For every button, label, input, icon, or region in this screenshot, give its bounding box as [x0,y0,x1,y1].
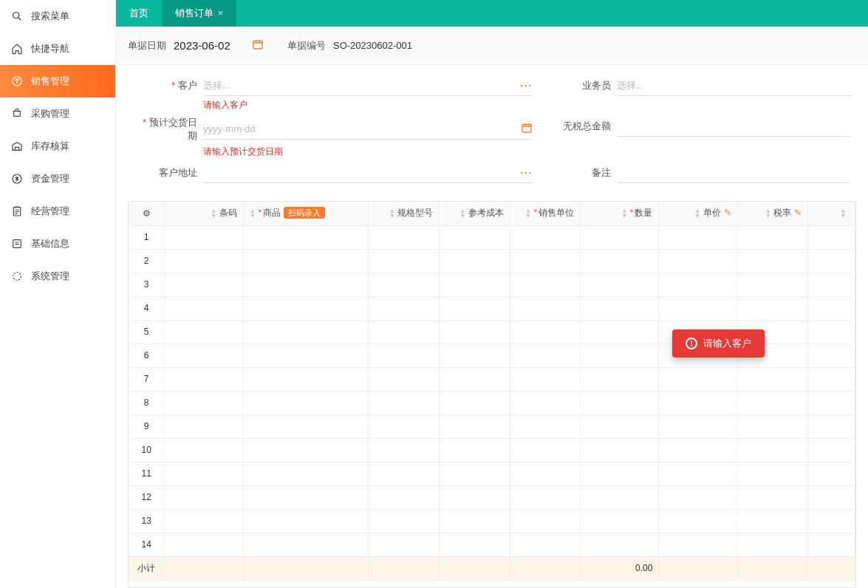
settings-icon [10,270,24,283]
col-unit[interactable]: ▲▼*销售单位 [510,202,581,225]
customer-input[interactable] [203,80,520,91]
sidebar-item-business[interactable]: 经营管理 [0,195,115,228]
grid-header: ⚙ ▲▼条码 ▲▼*商品扫码录入 ▲▼规格型号 ▲▼参考成本 ▲▼*销售单位 ▲… [129,202,855,225]
edit-icon[interactable]: ✎ [794,208,802,218]
subtotal-qty: 0.00 [581,556,659,580]
row-index: 8 [129,391,165,414]
table-row[interactable]: 7 [129,367,855,391]
col-product[interactable]: ▲▼*商品扫码录入 [243,202,369,225]
row-index: 3 [129,273,165,296]
subtotal-label: 小计 [129,556,165,580]
sidebar-item-label: 采购管理 [31,107,69,120]
table-row[interactable]: 1 [129,225,855,249]
row-index: 4 [129,296,165,320]
sidebar-item-inventory[interactable]: 库存核算 [0,130,115,163]
calendar-icon[interactable] [252,38,264,52]
sidebar-item-basicinfo[interactable]: 基础信息 [0,228,115,260]
lookup-icon[interactable]: ··· [520,80,533,91]
calendar-icon[interactable] [521,122,533,136]
table-row[interactable]: 11 [129,462,855,485]
table-row[interactable]: 8 [129,391,855,414]
svg-point-5 [13,273,21,281]
sidebar-item-system[interactable]: 系统管理 [0,260,115,293]
table-row[interactable]: 13 [129,509,855,533]
col-qty[interactable]: ▲▼*数量 [581,202,659,225]
sidebar-item-label: 经营管理 [31,205,69,218]
gear-icon: ⚙ [143,208,151,219]
salesman-input[interactable] [617,80,850,91]
row-index: 9 [129,414,165,438]
amount-input[interactable] [617,120,850,131]
tab-label: 销售订单 [175,7,213,20]
sidebar-item-label: 快捷导航 [31,42,69,55]
row-index: 14 [129,533,165,556]
table-row[interactable]: 9 [129,414,855,438]
table-row[interactable]: 14 [129,533,855,556]
sidebar-item-label: 基础信息 [31,237,69,250]
error-toast: ! 请输入客户 [672,329,765,358]
sidebar-search-label: 搜索菜单 [31,10,69,23]
doc-number-value: SO-20230602-001 [333,40,412,51]
col-settings[interactable]: ⚙ [129,202,165,225]
lookup-icon[interactable]: ··· [520,167,533,178]
form-area: 客户 ··· 请输入客户 业务员 [116,65,868,196]
col-cost[interactable]: ▲▼参考成本 [440,202,510,225]
row-index: 11 [129,462,165,485]
svg-rect-7 [522,124,531,132]
row-index: 10 [129,438,165,462]
money-icon [10,172,24,185]
warehouse-icon [10,140,24,153]
sidebar-item-purchase[interactable]: 采购管理 [0,98,115,130]
sidebar-item-label: 库存核算 [31,140,69,153]
doc-date-label: 单据日期 [128,39,166,52]
table-row[interactable]: 12 [129,485,855,509]
line-items-grid[interactable]: ⚙ ▲▼条码 ▲▼*商品扫码录入 ▲▼规格型号 ▲▼参考成本 ▲▼*销售单位 ▲… [128,201,856,588]
svg-point-0 [13,13,19,18]
toast-text: 请输入客户 [703,337,751,350]
salesman-label: 业务员 [547,79,611,92]
delivery-date-error: 请输入预计交货日期 [203,146,533,158]
tab-label: 首页 [129,7,148,20]
table-row[interactable]: 10 [129,438,855,462]
col-extra[interactable]: ▲▼ [808,202,855,225]
row-index: 7 [129,367,165,391]
sidebar-item-finance[interactable]: 资金管理 [0,163,115,195]
row-index: 13 [129,509,165,533]
cart-icon [10,107,24,120]
tab-home[interactable]: 首页 [116,0,162,27]
alert-icon: ! [686,338,697,349]
delivery-date-input[interactable] [203,123,521,134]
amount-label: 无税总金额 [547,120,611,133]
document-bar: 单据日期 单据编号 SO-20230602-001 [116,27,868,65]
edit-icon[interactable]: ✎ [724,208,731,218]
clipboard-icon [10,205,24,218]
close-icon[interactable]: × [218,8,223,18]
doc-number-label: 单据编号 [287,39,326,52]
table-row[interactable]: 3 [129,273,855,296]
scan-button[interactable]: 扫码录入 [284,207,325,219]
col-barcode[interactable]: ▲▼条码 [165,202,243,225]
sidebar-item-sales[interactable]: 销售管理 [0,65,115,98]
col-price[interactable]: ▲▼单价✎ [659,202,737,225]
sidebar: 搜索菜单 快捷导航 销售管理 采购管理 库存核算 资金管理 经营管理 基础信息 [0,0,116,588]
col-tax[interactable]: ▲▼税率✎ [737,202,808,225]
col-spec[interactable]: ▲▼规格型号 [369,202,440,225]
sidebar-item-quicknav[interactable]: 快捷导航 [0,33,115,65]
row-index: 1 [129,225,165,249]
doc-date-input[interactable] [174,39,245,52]
row-index: 6 [129,343,165,367]
sidebar-item-label: 销售管理 [31,75,69,88]
sidebar-search[interactable]: 搜索菜单 [0,0,115,33]
tab-bar: 首页 销售订单 × [116,0,868,27]
remark-input[interactable] [617,167,850,178]
home-icon [10,42,24,55]
remark-label: 备注 [547,166,611,180]
table-row[interactable]: 2 [129,249,855,273]
svg-rect-4 [13,240,21,248]
address-input[interactable] [203,167,520,178]
table-row[interactable]: 4 [129,296,855,320]
row-index: 5 [129,320,165,343]
customer-label: 客户 [134,79,197,92]
subtotal-row: 小计 0.00 [129,556,855,580]
tab-sales-order[interactable]: 销售订单 × [162,0,236,27]
